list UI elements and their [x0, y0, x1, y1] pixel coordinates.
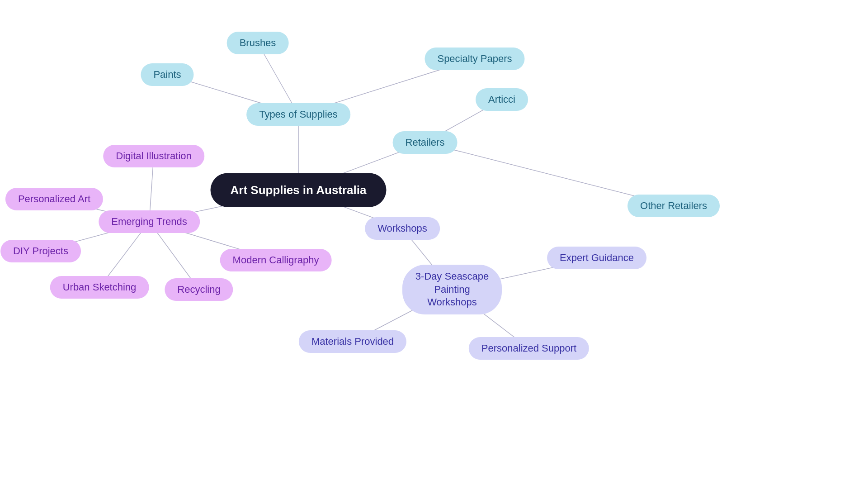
other-retailers-node[interactable]: Other Retailers: [627, 195, 720, 217]
urban-sketching-node[interactable]: Urban Sketching: [50, 276, 149, 299]
recycling-node[interactable]: Recycling: [165, 278, 233, 301]
articci-node[interactable]: Articci: [476, 88, 528, 111]
brushes-node[interactable]: Brushes: [227, 32, 289, 54]
3day-seascape-node[interactable]: 3-Day Seascape Painting Workshops: [402, 265, 502, 314]
materials-provided-node[interactable]: Materials Provided: [299, 330, 406, 353]
retailers-node[interactable]: Retailers: [393, 131, 458, 154]
diy-projects-node[interactable]: DIY Projects: [0, 240, 81, 262]
personalized-support-node[interactable]: Personalized Support: [469, 337, 589, 360]
center-node[interactable]: Art Supplies in Australia: [211, 173, 387, 207]
specialty-papers-node[interactable]: Specialty Papers: [425, 48, 524, 70]
expert-guidance-node[interactable]: Expert Guidance: [547, 247, 646, 269]
workshops-node[interactable]: Workshops: [365, 217, 440, 240]
types-of-supplies-node[interactable]: Types of Supplies: [246, 103, 350, 126]
personalized-art-node[interactable]: Personalized Art: [5, 188, 103, 210]
digital-illustration-node[interactable]: Digital Illustration: [103, 145, 204, 167]
modern-calligraphy-node[interactable]: Modern Calligraphy: [220, 249, 332, 271]
paints-node[interactable]: Paints: [141, 63, 193, 86]
emerging-trends-node[interactable]: Emerging Trends: [99, 210, 200, 233]
